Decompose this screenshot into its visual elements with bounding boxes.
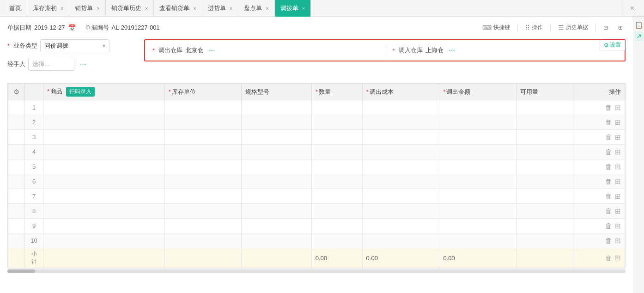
row-unit[interactable] [164,145,242,159]
row-available[interactable] [516,115,573,130]
row-cost[interactable] [362,174,439,189]
row-amount[interactable] [439,204,516,219]
close-sales-history[interactable]: × [145,6,148,11]
row-qty[interactable] [311,100,362,115]
warehouse-settings-button[interactable]: ⚙ 设置 [600,40,625,50]
row-cost[interactable] [362,100,439,115]
in-warehouse-ellipsis[interactable]: ··· [449,46,455,55]
row-amount[interactable] [439,174,516,189]
row-qty[interactable] [311,219,362,233]
row-product[interactable] [43,115,165,130]
layout-button-2[interactable]: ⊞ [615,23,626,32]
row-available[interactable] [516,174,573,189]
row-spec[interactable] [242,159,311,174]
copy-icon[interactable]: ⊞ [615,148,621,156]
copy-icon[interactable]: ⊞ [615,237,621,245]
row-product[interactable] [43,159,165,174]
delete-icon[interactable]: 🗑 [605,133,612,141]
row-spec[interactable] [242,174,311,189]
copy-icon[interactable]: ⊞ [615,192,621,201]
row-unit[interactable] [164,159,242,174]
tab-purchase[interactable]: 进货单 × [202,0,238,17]
row-qty[interactable] [311,233,362,248]
row-product[interactable] [43,130,165,145]
tab-sales-order[interactable]: 销货单 × [69,0,105,17]
copy-icon[interactable]: ⊞ [615,163,621,171]
person-ellipsis[interactable]: ··· [80,60,86,68]
person-input[interactable]: 选择... [28,58,74,71]
tab-sales-history[interactable]: 销货单历史 × [106,0,154,17]
row-cost[interactable] [362,130,439,145]
delete-icon[interactable]: 🗑 [605,148,612,156]
copy-icon[interactable]: ⊞ [615,118,621,127]
row-available[interactable] [516,100,573,115]
row-qty[interactable] [311,159,362,174]
row-available[interactable] [516,204,573,219]
delete-icon[interactable]: 🗑 [605,237,612,244]
close-purchase[interactable]: × [230,6,232,11]
th-settings[interactable]: ⚙ [8,84,25,100]
business-type-dropdown[interactable]: 同价调拨 ▾ [40,39,109,52]
row-available[interactable] [516,145,573,159]
row-qty[interactable] [311,189,362,204]
row-unit[interactable] [164,100,242,115]
operations-button[interactable]: ⠿ 操作 [522,22,546,33]
column-settings-icon[interactable]: ⚙ [13,88,19,96]
close-inventory-init[interactable]: × [61,6,63,11]
delete-icon[interactable]: 🗑 [605,104,612,111]
copy-icon[interactable]: ⊞ [615,133,621,141]
row-spec[interactable] [242,145,311,159]
row-available[interactable] [516,159,573,174]
tab-view-sales[interactable]: 查看销货单 × [154,0,202,17]
row-cost[interactable] [362,233,439,248]
row-spec[interactable] [242,233,311,248]
copy-icon[interactable]: ⊞ [615,207,621,215]
row-cost[interactable] [362,219,439,233]
sidebar-expand-icon[interactable]: ↗ [634,31,644,41]
row-qty[interactable] [311,115,362,130]
row-unit[interactable] [164,233,242,248]
sidebar-notes-icon[interactable]: 📋 [634,20,644,30]
row-amount[interactable] [439,159,516,174]
row-unit[interactable] [164,115,242,130]
row-product[interactable] [43,219,165,233]
row-spec[interactable] [242,130,311,145]
copy-icon[interactable]: ⊞ [615,254,621,262]
row-spec[interactable] [242,219,311,233]
delete-icon[interactable]: 🗑 [605,207,612,215]
row-amount[interactable] [439,115,516,130]
horizontal-scrollbar[interactable] [7,269,626,273]
row-unit[interactable] [164,174,242,189]
row-available[interactable] [516,233,573,248]
row-amount[interactable] [439,130,516,145]
tab-inventory-init[interactable]: 库存期初 × [27,0,69,17]
row-cost[interactable] [362,115,439,130]
row-cost[interactable] [362,189,439,204]
row-cost[interactable] [362,145,439,159]
row-available[interactable] [516,130,573,145]
copy-icon[interactable]: ⊞ [615,177,621,186]
out-warehouse-ellipsis[interactable]: ··· [209,46,215,55]
row-unit[interactable] [164,130,242,145]
row-qty[interactable] [311,204,362,219]
close-sales-order[interactable]: × [97,6,99,11]
row-amount[interactable] [439,189,516,204]
row-cost[interactable] [362,159,439,174]
close-stocktake[interactable]: × [266,6,268,11]
row-product[interactable] [43,233,165,248]
delete-icon[interactable]: 🗑 [605,254,612,262]
row-unit[interactable] [164,189,242,204]
delete-icon[interactable]: 🗑 [605,222,612,230]
row-available[interactable] [516,189,573,204]
copy-icon[interactable]: ⊞ [615,222,621,230]
delete-icon[interactable]: 🗑 [605,163,612,171]
row-amount[interactable] [439,219,516,233]
row-available[interactable] [516,219,573,233]
row-spec[interactable] [242,100,311,115]
row-qty[interactable] [311,174,362,189]
calendar-icon[interactable]: 📅 [68,24,76,31]
row-unit[interactable] [164,204,242,219]
row-product[interactable] [43,189,165,204]
tab-stocktake[interactable]: 盘点单 × [238,0,274,17]
tab-home[interactable]: 首页 [4,0,27,17]
